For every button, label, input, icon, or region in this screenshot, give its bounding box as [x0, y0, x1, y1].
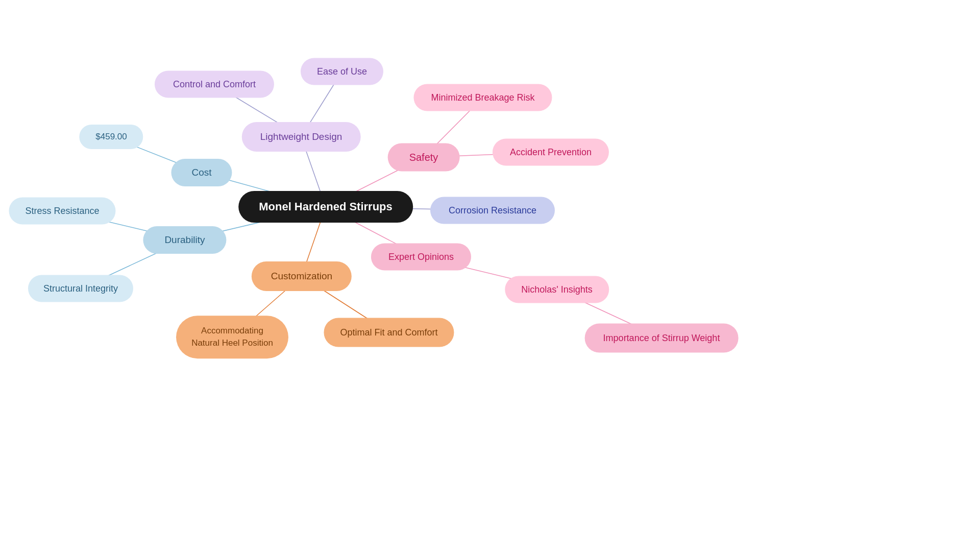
durability-node[interactable]: Durability [143, 226, 226, 254]
importance-stirrup-node[interactable]: Importance of Stirrup Weight [585, 324, 739, 353]
price-node[interactable]: $459.00 [79, 125, 143, 149]
accommodating-heel-node[interactable]: Accommodating Natural Heel Position [176, 316, 288, 358]
structural-integrity-node[interactable]: Structural Integrity [28, 275, 133, 302]
center-node[interactable]: Monel Hardened Stirrups [238, 191, 413, 223]
stress-resistance-node[interactable]: Stress Resistance [9, 198, 115, 225]
ease-of-use-node[interactable]: Ease of Use [301, 58, 383, 85]
accident-prevention-node[interactable]: Accident Prevention [493, 139, 609, 166]
control-comfort-node[interactable]: Control and Comfort [155, 71, 274, 98]
nicholas-insights-node[interactable]: Nicholas' Insights [505, 276, 609, 303]
cost-node[interactable]: Cost [171, 159, 232, 186]
expert-opinions-node[interactable]: Expert Opinions [371, 244, 471, 271]
minimized-breakage-node[interactable]: Minimized Breakage Risk [413, 84, 552, 111]
lightweight-design-node[interactable]: Lightweight Design [242, 122, 361, 152]
safety-node[interactable]: Safety [388, 143, 460, 172]
optimal-fit-node[interactable]: Optimal Fit and Comfort [324, 318, 454, 347]
customization-node[interactable]: Customization [252, 261, 352, 291]
corrosion-resistance-node[interactable]: Corrosion Resistance [430, 197, 555, 224]
